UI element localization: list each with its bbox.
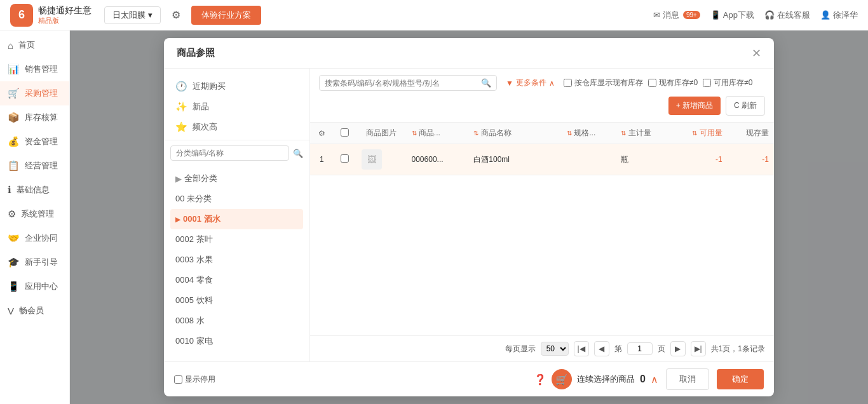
category-search-input[interactable] [170, 145, 289, 161]
sidebar-item-system[interactable]: ⚙ 系统管理 [0, 202, 69, 226]
show-disabled-checkbox[interactable] [174, 375, 182, 384]
toolbar-right: + 新增商品 C 刷新 [668, 96, 765, 116]
th-checkbox[interactable] [334, 123, 357, 144]
table-row[interactable]: 1 🖼 000600... 白酒100ml [310, 144, 774, 175]
select-all-checkbox[interactable] [341, 128, 349, 137]
checkbox-current-stock[interactable]: 现有库存≠0 [648, 77, 698, 88]
product-search-input[interactable] [325, 79, 478, 88]
sidebar-item-finance[interactable]: 💰 资金管理 [0, 130, 69, 154]
app-download-btn[interactable]: 📱 App下载 [710, 10, 754, 21]
quick-nav-recent[interactable]: 🕐 近期购买 [169, 76, 304, 97]
sort-icon-unit: ⇅ [621, 130, 626, 137]
sidebar-item-basic[interactable]: ℹ 基础信息 [0, 178, 69, 202]
checkbox-available-stock-label: 可用库存≠0 [714, 77, 752, 88]
product-table-body: 1 🖼 000600... 白酒100ml [310, 144, 774, 175]
quick-nav-frequent[interactable]: ⭐ 频次高 [169, 117, 304, 137]
product-reference-modal: 商品参照 ✕ 🕐 近期购买 ✨ 新 [164, 38, 774, 396]
category-liquor-label: 0001 酒水 [183, 213, 220, 225]
sidebar-item-enterprise[interactable]: 🤝 企业协同 [0, 226, 69, 250]
modal-close-btn[interactable]: ✕ [752, 48, 761, 59]
th-name[interactable]: ⇅ 商品名称 [468, 123, 562, 144]
sidebar-label-finance: 资金管理 [25, 136, 58, 147]
sidebar-label-sales: 销售管理 [25, 64, 58, 75]
confirm-btn[interactable]: 确定 [717, 369, 764, 389]
category-all[interactable]: ▶ 全部分类 [170, 168, 303, 189]
th-settings[interactable]: ⚙ [310, 123, 334, 144]
finance-icon: 💰 [8, 136, 20, 147]
category-beverage[interactable]: 0005 饮料 [170, 290, 303, 311]
sidebar-label-inventory: 库存核算 [25, 112, 58, 123]
question-icon[interactable]: ❓ [534, 374, 546, 386]
checkbox-warehouse[interactable]: 按仓库显示现有库存 [564, 77, 643, 88]
purchase-icon: 🛒 [8, 88, 20, 99]
sidebar-item-sales[interactable]: 📊 销售管理 [0, 57, 69, 81]
first-page-btn[interactable]: |◀ [574, 341, 589, 356]
th-spec[interactable]: ⇅ 规格... [562, 123, 616, 144]
checkbox-current-stock-input[interactable] [648, 79, 656, 87]
category-fruit[interactable]: 0003 水果 [170, 250, 303, 270]
category-water[interactable]: 0008 水 [170, 311, 303, 331]
last-page-btn[interactable]: ▶| [691, 341, 706, 356]
checkbox-warehouse-input[interactable] [564, 79, 572, 87]
row-checkbox[interactable] [341, 154, 349, 163]
apps-icon: 📱 [8, 281, 20, 292]
quick-nav-new[interactable]: ✨ 新品 [169, 97, 304, 117]
add-product-btn[interactable]: + 新增商品 [668, 97, 721, 115]
search-icon[interactable]: 🔍 [481, 78, 491, 88]
category-unclassified[interactable]: 00 未分类 [170, 189, 303, 209]
category-snack[interactable]: 0004 零食 [170, 270, 303, 290]
checkbox-available-stock-input[interactable] [703, 79, 711, 87]
refresh-btn[interactable]: C 刷新 [726, 96, 765, 116]
category-tea[interactable]: 0002 茶叶 [170, 229, 303, 250]
category-appliance[interactable]: 0010 家电 [170, 331, 303, 351]
cancel-btn[interactable]: 取消 [666, 368, 709, 390]
sidebar-item-apps[interactable]: 📱 应用中心 [0, 274, 69, 299]
th-name-label: 商品名称 [481, 128, 512, 137]
per-page-select[interactable]: 50 [541, 342, 569, 356]
footer-mid: ❓ 🛒 连续选择的商品 0 ∧ [534, 369, 658, 389]
service-btn[interactable]: 🎧 在线客服 [764, 10, 810, 21]
th-stock: 现存量 [728, 123, 774, 144]
trial-btn[interactable]: 体验行业方案 [191, 6, 261, 25]
cart-icon[interactable]: 🛒 [552, 369, 572, 389]
th-available[interactable]: ⇅ 可用量 [665, 123, 728, 144]
prev-page-btn[interactable]: ◀ [594, 341, 609, 356]
user-avatar[interactable]: 👤 徐泽华 [820, 10, 858, 21]
main-content: 商品参照 ✕ 🕐 近期购买 ✨ 新 [70, 30, 868, 404]
next-page-btn[interactable]: ▶ [670, 341, 686, 356]
sidebar-item-operation[interactable]: 📋 经营管理 [0, 154, 69, 178]
th-unit[interactable]: ⇅ 主计量 [616, 123, 665, 144]
row-code: 000600... [407, 144, 469, 175]
sidebar-label-member: 畅会员 [19, 305, 44, 316]
sidebar-item-member[interactable]: V 畅会员 [0, 299, 69, 323]
page-input[interactable] [627, 342, 653, 355]
product-search-bar[interactable]: 🔍 [319, 75, 497, 91]
sidebar-label-home: 首页 [18, 39, 35, 51]
nav-selector[interactable]: 日太阳膜 ▾ [104, 6, 161, 24]
sidebar-label-basic: 基础信息 [17, 184, 50, 196]
show-disabled-label[interactable]: 显示停用 [174, 374, 215, 385]
message-badge: 99+ [683, 11, 700, 19]
sidebar-item-guide[interactable]: 🎓 新手引导 [0, 250, 69, 274]
page-label: 第 [614, 344, 622, 354]
category-liquor[interactable]: ▶ 0001 酒水 [170, 209, 303, 229]
guide-icon: 🎓 [8, 257, 20, 268]
collapse-icon[interactable]: ∧ [651, 374, 658, 386]
category-fruit-label: 0003 水果 [175, 254, 213, 266]
sidebar-item-purchase[interactable]: 🛒 采购管理 [0, 81, 69, 105]
category-snack-label: 0004 零食 [175, 274, 213, 286]
sidebar-item-inventory[interactable]: 📦 库存核算 [0, 105, 69, 130]
category-all-label: 全部分类 [184, 173, 217, 184]
messages-btn[interactable]: ✉ 消息 99+ [653, 10, 700, 21]
page-unit: 页 [658, 344, 665, 354]
more-filter-btn[interactable]: ▼ 更多条件 ∧ [502, 75, 559, 91]
th-code[interactable]: ⇅ 商品... [407, 123, 469, 144]
row-checkbox-cell[interactable] [334, 144, 357, 175]
category-search-icon[interactable]: 🔍 [293, 149, 303, 158]
settings-icon[interactable]: ⚙ [166, 5, 186, 25]
sidebar-item-home[interactable]: ⌂ 首页 [0, 33, 69, 57]
row-spec [562, 144, 616, 175]
th-image: 商品图片 [356, 123, 406, 144]
cart-label: 连续选择的商品 [577, 374, 635, 385]
checkbox-available-stock[interactable]: 可用库存≠0 [703, 77, 752, 88]
